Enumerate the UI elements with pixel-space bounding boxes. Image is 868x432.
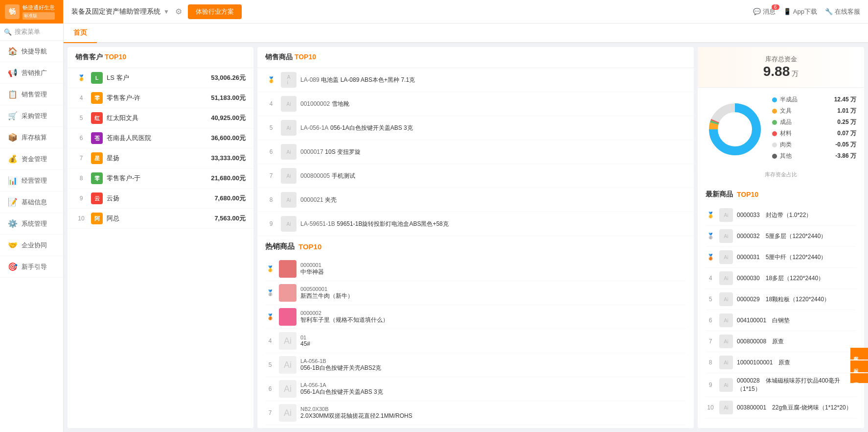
sidebar-item-inventory[interactable]: 📦 库存核算 (0, 127, 63, 148)
customer-list: 🥇 L LS 客户 53,006.26元 4 零 零售客户-许 51,183.0… (68, 68, 253, 229)
sidebar-item-label: 经营管理 (22, 176, 47, 185)
avatar: 零 (91, 92, 103, 104)
list-item: 🥇 L LS 客户 53,006.26元 (68, 68, 253, 88)
customer-name: 苍南县人民医院 (107, 134, 211, 143)
product-name: 45# (300, 340, 686, 347)
hot-item: 6 Ai LA-056-1A 056-1A白色按键开关盖ABS 3克 (265, 377, 686, 401)
list-item: 5 Ai LA-056-1A 056-1A白色按键开关盖ABS 3克 (257, 116, 694, 140)
legend-name: 文具 (780, 107, 834, 115)
float-btn-service[interactable]: 客服热线 (850, 348, 868, 360)
product-info: 0000002 智利车子里（规格不知道填什么） (300, 310, 686, 324)
product-info: 000800008 原查 (737, 337, 856, 346)
product-list: 🥇 Ai LA-089 电池盖 LA-089 ABS本色+黑种 7.1克 4 A… (257, 68, 694, 236)
sidebar-item-label: 资金管理 (22, 155, 47, 164)
customer-name: 星扬 (107, 154, 211, 163)
sidebar-item-sales[interactable]: 📋 销售管理 (0, 84, 63, 105)
legend-color (772, 109, 777, 114)
rank-number: 6 (265, 385, 275, 392)
avatar: 星 (91, 152, 103, 164)
product-name: 电池盖 LA-089 ABS本色+黑种 7.1克 (321, 76, 415, 83)
product-info: 0000033 封边带（1.0*22） (737, 211, 856, 219)
rank-medal: 🥉 (706, 254, 715, 261)
rank-number: 4 (265, 100, 277, 107)
sidebar-item-guide[interactable]: 🎯 新手引导 (0, 256, 63, 278)
hot-item: 4 Ai 01 45# (265, 329, 686, 353)
system-title: 装备及固定资产辅助管理系统 ▼ (71, 7, 169, 16)
sidebar-item-operations[interactable]: 📊 经营管理 (0, 170, 63, 192)
product-thumb (279, 284, 297, 302)
product-thumb (279, 308, 297, 326)
float-btn-community[interactable]: 服务社区 (850, 360, 868, 372)
topbar-right: 💬 消息 6 📱 App下载 🔧 在线客服 (753, 7, 860, 16)
rank-number: 8 (75, 175, 87, 182)
sidebar-item-label: 销售管理 (22, 90, 47, 99)
product-name: 夹壳 (325, 196, 337, 203)
marketing-icon: 📢 (8, 68, 18, 77)
sidebar-item-marketing[interactable]: 📢 营销推广 (0, 62, 63, 84)
rank-number: 7 (265, 172, 277, 179)
online-service-button[interactable]: 🔧 在线客服 (825, 7, 860, 16)
sidebar-item-basic-info[interactable]: 📝 基础信息 (0, 192, 63, 213)
avatar: 红 (91, 112, 103, 124)
rank-number: 6 (706, 317, 715, 324)
operations-icon: 📊 (8, 176, 18, 185)
chart-legend: 半成品 12.45 万 文具 1.01 万 成品 0.25 万 (772, 96, 856, 163)
rank-medal: 🥇 (706, 212, 715, 218)
product-code: 0000001 (300, 262, 686, 268)
rank-number: 5 (75, 115, 87, 121)
customer-amount: 53,006.26元 (211, 73, 246, 82)
search-menu[interactable]: 🔍 搜索菜单 (0, 24, 63, 41)
product-thumb: Ai (719, 356, 733, 369)
panel-customers: 销售客户 TOP10 🥇 L LS 客户 53,006.26元 4 零 零售客户… (68, 47, 253, 428)
rank-number: 4 (75, 95, 87, 101)
hot-products-section: 热销商品 TOP10 🥇 0000001 中华神器 🥈 (257, 236, 694, 428)
product-name: 59651-1B旋转投影灯电池盒ABS黑色+58克 (337, 220, 448, 227)
product-info: LA-089 电池盖 LA-089 ABS本色+黑种 7.1克 (300, 76, 686, 84)
customer-amount: 51,183.00元 (211, 94, 246, 102)
sidebar-item-collab[interactable]: 🤝 企业协同 (0, 235, 63, 256)
product-info: LA-056-1B 056-1B白色按键开关壳ABS2克 (300, 358, 686, 372)
sidebar-item-purchase[interactable]: 🛒 采购管理 (0, 105, 63, 127)
sidebar-item-finance[interactable]: 💰 资金管理 (0, 148, 63, 170)
legend-color (772, 97, 777, 102)
rank-number: 5 (265, 361, 275, 368)
app-download-button[interactable]: 📱 App下载 (783, 7, 817, 16)
sold-header: 销售商品 TOP10 (257, 47, 694, 68)
rank-number: 5 (706, 296, 715, 303)
customers-header: 销售客户 TOP10 (68, 47, 253, 68)
rank-number: 7 (265, 409, 275, 416)
product-info: 003800001 22g鱼豆腐-烧烤味（1*12*20） (737, 404, 856, 412)
legend-value: 0.25 万 (837, 118, 856, 126)
logo-icon: 畅 (5, 4, 20, 19)
product-name: 智利车子里（规格不知道填什么） (300, 316, 686, 324)
sidebar-item-label: 库存核算 (22, 133, 47, 142)
list-item: 7 Ai 000800005 手机测试 (257, 164, 694, 188)
search-label: 搜索菜单 (15, 27, 40, 36)
settings-icon[interactable]: ⚙ (175, 7, 182, 16)
legend-color (772, 131, 777, 136)
product-code: 000500001 (300, 286, 686, 292)
list-item: 7 星 星扬 33,333.00元 (68, 148, 253, 168)
inventory-amount: 9.88 (763, 64, 790, 79)
product-thumb: Ai (281, 192, 297, 208)
product-info: 10000100001 原查 (737, 359, 856, 367)
sidebar-item-system[interactable]: ⚙️ 系统管理 (0, 213, 63, 235)
messages-button[interactable]: 💬 消息 6 (753, 7, 776, 16)
customer-amount: 7,563.00元 (214, 214, 246, 223)
sidebar-item-quicknav[interactable]: 🏠 快捷导航 (0, 41, 63, 62)
hot-item: 7 Ai NB2.0X30B 2.0X30MM双搓花轴搓花直径2.1MM/ROH… (265, 401, 686, 425)
donut-chart (706, 100, 764, 159)
trial-button[interactable]: 体验行业方案 (188, 4, 242, 19)
inventory-icon: 📦 (8, 133, 18, 142)
product-code: 0000002 (300, 310, 686, 316)
avatar: 云 (91, 192, 103, 204)
tab-home[interactable]: 首页 (64, 24, 97, 43)
rank-number: 4 (706, 275, 715, 282)
legend-value: 1.01 万 (837, 107, 856, 115)
product-code: LA-089 (300, 76, 320, 83)
customer-name: 阿总 (107, 214, 214, 223)
sidebar-item-label: 基础信息 (22, 198, 47, 207)
message-icon: 💬 (753, 8, 761, 15)
panel-products: 销售商品 TOP10 🥇 Ai LA-089 电池盖 LA-089 ABS本色+… (257, 47, 694, 428)
float-btn-live[interactable]: 直播 (850, 373, 868, 383)
